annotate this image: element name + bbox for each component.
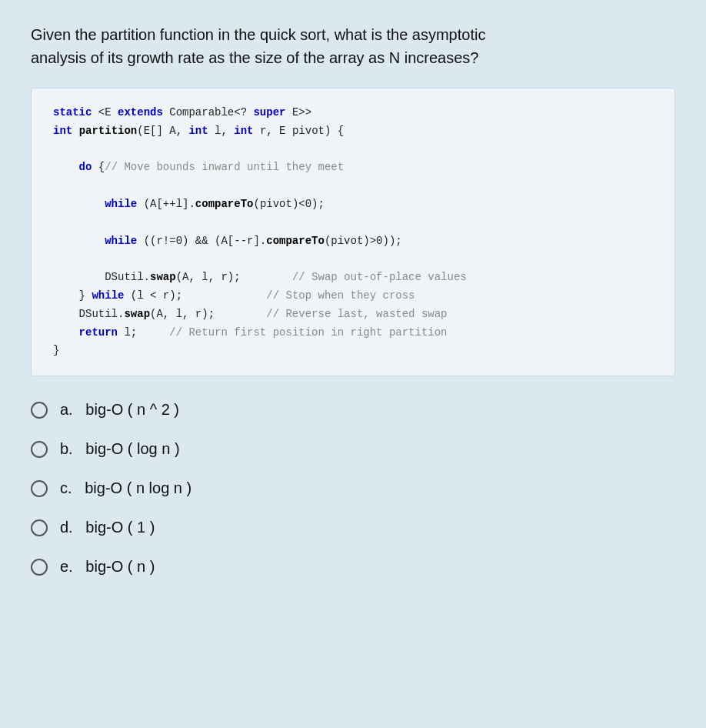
code-line-9	[53, 250, 653, 269]
code-line-3	[53, 141, 653, 159]
code-block: static <E extends Comparable<? super E>>…	[31, 88, 675, 376]
code-line-2: int partition(E[] A, int l, int r, E piv…	[53, 122, 653, 141]
answer-a-label: a. big-O ( n ^ 2 )	[60, 401, 179, 419]
code-line-1: static <E extends Comparable<? super E>>	[53, 104, 653, 122]
answer-e[interactable]: e. big-O ( n )	[31, 558, 675, 576]
answer-d-label: d. big-O ( 1 )	[60, 519, 155, 536]
code-line-7	[53, 214, 653, 232]
answer-e-label: e. big-O ( n )	[60, 558, 155, 576]
answers-container: a. big-O ( n ^ 2 ) b. big-O ( log n ) c.…	[31, 401, 675, 576]
answer-d[interactable]: d. big-O ( 1 )	[31, 519, 675, 536]
radio-a[interactable]	[31, 402, 48, 419]
answer-c-label: c. big-O ( n log n )	[60, 479, 191, 497]
code-line-11: } while (l < r); // Stop when they cross	[53, 287, 653, 306]
code-line-10: DSutil.swap(A, l, r); // Swap out-of-pla…	[53, 269, 653, 287]
radio-d[interactable]	[31, 519, 48, 536]
answer-b[interactable]: b. big-O ( log n )	[31, 440, 675, 458]
code-line-4: do {// Move bounds inward until they mee…	[53, 159, 653, 177]
radio-b[interactable]	[31, 441, 48, 458]
code-line-13: return l; // Return first position in ri…	[53, 324, 653, 342]
code-line-8: while ((r!=0) && (A[--r].compareTo(pivot…	[53, 232, 653, 251]
answer-a[interactable]: a. big-O ( n ^ 2 )	[31, 401, 675, 419]
question-container: Given the partition function in the quic…	[31, 23, 675, 576]
code-line-14: }	[53, 342, 653, 360]
answer-c[interactable]: c. big-O ( n log n )	[31, 479, 675, 497]
question-text: Given the partition function in the quic…	[31, 23, 675, 69]
radio-c[interactable]	[31, 480, 48, 497]
code-line-5	[53, 177, 653, 195]
code-line-12: DSutil.swap(A, l, r); // Reverse last, w…	[53, 306, 653, 324]
code-line-6: while (A[++l].compareTo(pivot)<0);	[53, 195, 653, 214]
answer-b-label: b. big-O ( log n )	[60, 440, 180, 458]
radio-e[interactable]	[31, 559, 48, 576]
